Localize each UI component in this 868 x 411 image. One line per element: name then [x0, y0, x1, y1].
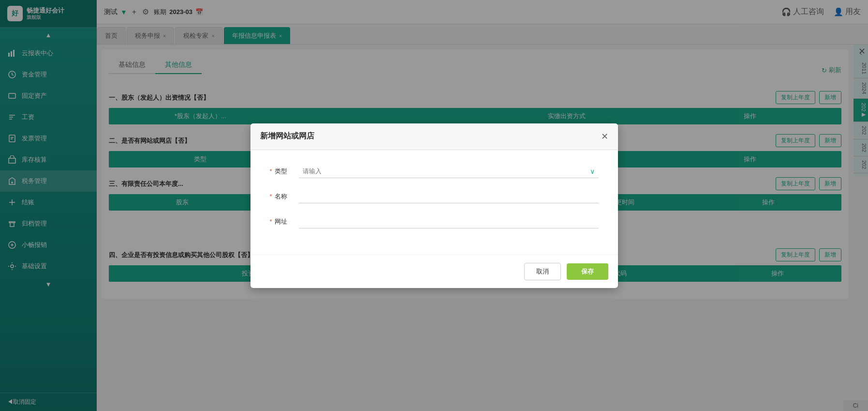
form-label-name: * 名称 [270, 192, 299, 201]
url-input-wrap [299, 215, 599, 228]
form-row-name: * 名称 [270, 190, 599, 203]
cancel-btn[interactable]: 取消 [524, 263, 561, 280]
modal-header: 新增网站或网店 ✕ [250, 123, 618, 150]
form-row-type: * 类型 ∨ [270, 165, 599, 178]
modal-add-website: 新增网站或网店 ✕ * 类型 ∨ * 名称 [250, 123, 618, 288]
type-input-wrap: ∨ [299, 165, 599, 178]
modal-overlay: 新增网站或网店 ✕ * 类型 ∨ * 名称 [0, 0, 868, 411]
form-label-type: * 类型 [270, 167, 299, 176]
modal-close-btn[interactable]: ✕ [601, 131, 608, 142]
name-input[interactable] [299, 190, 599, 203]
type-input[interactable] [299, 165, 599, 178]
save-btn[interactable]: 保存 [567, 263, 608, 280]
modal-body: * 类型 ∨ * 名称 * [250, 150, 618, 255]
form-label-url: * 网址 [270, 217, 299, 226]
url-input[interactable] [299, 215, 599, 228]
form-row-url: * 网址 [270, 215, 599, 228]
modal-title: 新增网站或网店 [260, 131, 314, 141]
name-input-wrap [299, 190, 599, 203]
modal-footer: 取消 保存 [250, 255, 618, 288]
